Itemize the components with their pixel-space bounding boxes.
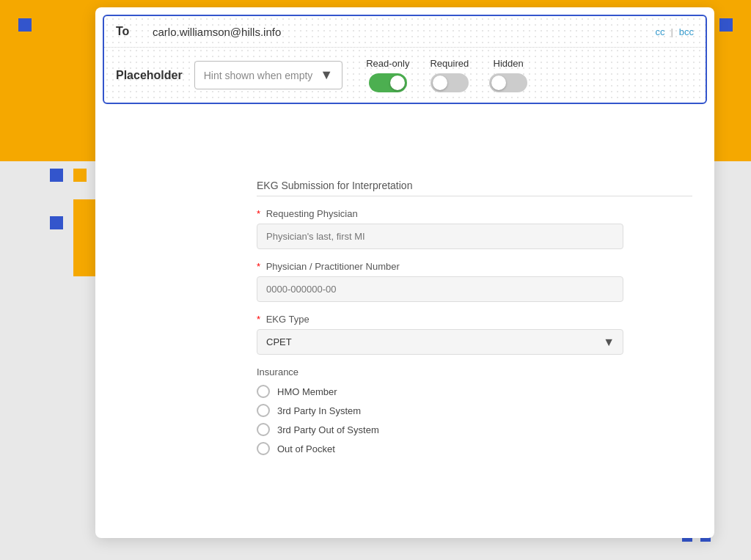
radio-circle-3rd-out [257,423,270,436]
to-label: To [116,25,138,38]
required-star: * [257,314,260,325]
bcc-link[interactable]: bcc [679,26,694,37]
radio-hmo-label: HMO Member [277,386,337,397]
form-section-title: EKG Submission for Interpretation [257,180,692,196]
radio-oop[interactable]: Out of Pocket [257,442,692,455]
toggle-hidden: Hidden [489,58,527,92]
radio-circle-hmo [257,385,270,398]
practitioner-input[interactable] [257,276,623,302]
toggle-readonly-label: Read-only [366,58,409,69]
ekg-select[interactable]: CPET Standard 12-Lead Holter Monitor Str… [257,329,623,355]
deco-square [50,169,63,182]
radio-3rd-in[interactable]: 3rd Party In System [257,404,692,417]
email-to-row: To carlo.williamson@hills.info cc | bcc [104,16,706,48]
toggle-readonly: Read-only [366,58,409,92]
insurance-section: Insurance HMO Member 3rd Party In System… [257,366,692,455]
toggle-required-switch[interactable] [431,73,469,92]
form-group-physician: * Requesting Physician [257,208,692,249]
toggle-knob [433,75,447,90]
placeholder-label: Placeholder [116,69,183,82]
toggle-readonly-switch[interactable] [369,73,407,92]
practitioner-label-text: Physician / Practitioner Number [266,261,400,272]
radio-circle-3rd-in [257,404,270,417]
main-card: To carlo.williamson@hills.info cc | bcc … [95,7,714,538]
radio-hmo[interactable]: HMO Member [257,385,692,398]
form-group-ekg: * EKG Type CPET Standard 12-Lead Holter … [257,314,692,355]
to-email-value: carlo.williamson@hills.info [153,26,655,38]
toggle-required: Required [430,58,469,92]
physician-label: * Requesting Physician [257,208,692,219]
radio-oop-label: Out of Pocket [277,443,335,454]
physician-label-text: Requesting Physician [266,208,358,219]
ekg-select-wrapper: CPET Standard 12-Lead Holter Monitor Str… [257,329,623,355]
radio-3rd-out[interactable]: 3rd Party Out of System [257,423,692,436]
ekg-label-text: EKG Type [266,314,309,325]
radio-3rd-in-label: 3rd Party In System [277,405,361,416]
required-star: * [257,208,260,219]
radio-group: HMO Member 3rd Party In System 3rd Party… [257,385,692,455]
placeholder-hint-text: Hint shown when empty [204,70,313,81]
toggle-knob [390,75,405,90]
toggle-knob [491,75,506,90]
toggle-hidden-switch[interactable] [489,73,527,92]
toggle-hidden-label: Hidden [494,58,524,69]
ekg-label: * EKG Type [257,314,692,325]
pipe-separator: | [670,26,673,37]
insurance-title: Insurance [257,366,692,377]
toggle-required-label: Required [430,58,469,69]
cc-link[interactable]: cc [655,26,664,37]
radio-circle-oop [257,442,270,455]
form-content: EKG Submission for Interpretation * Requ… [95,165,714,538]
deco-square [73,169,87,182]
deco-square [719,18,733,32]
practitioner-label: * Physician / Practitioner Number [257,261,692,272]
chevron-down-icon: ▼ [320,67,333,83]
cc-bcc-links: cc | bcc [655,26,694,37]
placeholder-row: Placeholder Hint shown when empty ▼ Read… [104,48,706,103]
placeholder-dropdown[interactable]: Hint shown when empty ▼ [194,61,342,89]
toggle-group: Read-only Required Hidden [366,58,527,92]
radio-3rd-out-label: 3rd Party Out of System [277,424,379,435]
deco-square [18,18,32,32]
deco-square [50,216,63,229]
required-star: * [257,261,260,272]
physician-input[interactable] [257,224,623,249]
email-panel: To carlo.williamson@hills.info cc | bcc … [103,15,707,104]
form-group-practitioner: * Physician / Practitioner Number [257,261,692,302]
